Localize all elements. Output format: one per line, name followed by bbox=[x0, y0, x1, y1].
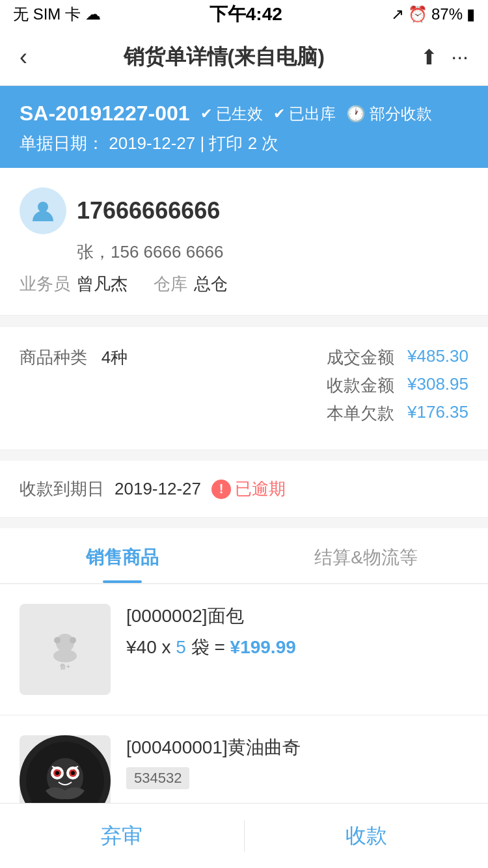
overdue-text: 已逾期 bbox=[235, 478, 286, 500]
location-icon: ↗ bbox=[391, 5, 404, 23]
salesperson-label: 业务员 bbox=[20, 273, 70, 295]
svg-text:鲁+: 鲁+ bbox=[60, 663, 70, 670]
product-image-1: 鲁+ bbox=[20, 604, 111, 695]
battery-label: 87% bbox=[431, 5, 463, 23]
back-button[interactable]: ‹ bbox=[20, 44, 27, 71]
product-qty-1: 5 bbox=[176, 637, 186, 657]
salesperson-value: 曾凡杰 bbox=[77, 273, 128, 295]
badge-partial-payment: 🕐 部分收款 bbox=[346, 103, 432, 124]
header-banner: SA-20191227-001 ✔ 已生效 ✔ 已出库 🕐 部分收款 单据日期：… bbox=[0, 86, 488, 168]
svg-point-13 bbox=[71, 771, 75, 775]
stats-left: 商品种类 4种 bbox=[20, 346, 128, 369]
product-total-1: ¥199.99 bbox=[230, 637, 296, 657]
status-time: 下午4:42 bbox=[210, 2, 282, 27]
order-id-row: SA-20191227-001 ✔ 已生效 ✔ 已出库 🕐 部分收款 bbox=[20, 102, 468, 126]
product-name-1: [0000002]面包 bbox=[126, 604, 468, 629]
battery-icon: ▮ bbox=[467, 5, 475, 23]
alarm-icon: ⏰ bbox=[408, 5, 427, 23]
tabs-row: 销售商品 结算&物流等 bbox=[0, 528, 488, 583]
page-title: 销货单详情(来自电脑) bbox=[124, 43, 325, 72]
avatar bbox=[20, 187, 66, 234]
owed-value: ¥176.35 bbox=[407, 402, 468, 425]
check-icon-2: ✔ bbox=[273, 105, 285, 122]
product-name-2: [000400001]黄油曲奇 bbox=[126, 735, 468, 760]
share-icon[interactable]: ⬆ bbox=[420, 45, 438, 70]
more-icon[interactable]: ··· bbox=[451, 45, 468, 69]
sim-label: 无 SIM 卡 ☁ bbox=[13, 4, 101, 25]
tab-settlement[interactable]: 结算&物流等 bbox=[244, 528, 488, 583]
tab-active-indicator bbox=[103, 580, 142, 583]
bottom-bar: 弃审 收款 bbox=[0, 803, 488, 868]
amount-row: 成交金额 ¥485.30 bbox=[327, 346, 468, 369]
amount-value: ¥485.30 bbox=[407, 346, 468, 369]
check-icon-1: ✔ bbox=[200, 105, 212, 122]
tabs-section: 销售商品 结算&物流等 bbox=[0, 528, 488, 584]
svg-point-2 bbox=[54, 637, 61, 644]
svg-point-0 bbox=[38, 202, 48, 212]
received-value: ¥308.95 bbox=[407, 374, 468, 397]
customer-meta: 业务员 曾凡杰 仓库 总仓 bbox=[20, 273, 468, 295]
product-price-1: ¥40 x 5 袋 = ¥199.99 bbox=[126, 635, 468, 660]
owed-row: 本单欠款 ¥176.35 bbox=[327, 402, 468, 425]
svg-point-3 bbox=[70, 637, 76, 644]
overdue-badge: ! 已逾期 bbox=[211, 478, 286, 500]
customer-section: 17666666666 张，156 6666 6666 业务员 曾凡杰 仓库 总… bbox=[0, 168, 488, 316]
warehouse-value: 总仓 bbox=[194, 273, 228, 295]
status-left: 无 SIM 卡 ☁ bbox=[13, 4, 101, 25]
customer-row: 17666666666 bbox=[20, 187, 468, 234]
clock-icon: 🕐 bbox=[346, 105, 366, 123]
tab-sales-products[interactable]: 销售商品 bbox=[0, 528, 244, 583]
customer-name: 张，156 6666 6666 bbox=[20, 241, 468, 264]
list-item: 鲁+ [0000002]面包 ¥40 x 5 袋 = ¥199.99 bbox=[0, 584, 488, 714]
stats-row: 商品种类 4种 成交金额 ¥485.30 收款金额 ¥308.95 本单欠款 ¥… bbox=[20, 346, 468, 430]
cancel-button[interactable]: 弃审 bbox=[0, 809, 244, 863]
warehouse-item: 仓库 总仓 bbox=[154, 273, 228, 295]
stats-section: 商品种类 4种 成交金额 ¥485.30 收款金额 ¥308.95 本单欠款 ¥… bbox=[0, 326, 488, 450]
product-tag-2: 534532 bbox=[126, 767, 189, 789]
badge-shipped: ✔ 已出库 bbox=[273, 103, 336, 124]
confirm-button[interactable]: 收款 bbox=[245, 809, 489, 863]
nav-actions: ⬆ ··· bbox=[420, 45, 468, 70]
due-label: 收款到期日 bbox=[20, 478, 104, 500]
nav-bar: ‹ 销货单详情(来自电脑) ⬆ ··· bbox=[0, 29, 488, 86]
received-row: 收款金额 ¥308.95 bbox=[327, 374, 468, 397]
stats-right: 成交金额 ¥485.30 收款金额 ¥308.95 本单欠款 ¥176.35 bbox=[327, 346, 468, 430]
status-right: ↗ ⏰ 87% ▮ bbox=[391, 5, 475, 23]
customer-phone: 17666666666 bbox=[77, 197, 220, 224]
product-info-1: [0000002]面包 ¥40 x 5 袋 = ¥199.99 bbox=[126, 604, 468, 660]
svg-point-12 bbox=[55, 771, 59, 775]
badge-active: ✔ 已生效 bbox=[200, 103, 263, 124]
status-bar: 无 SIM 卡 ☁ 下午4:42 ↗ ⏰ 87% ▮ bbox=[0, 0, 488, 29]
order-date-row: 单据日期： 2019-12-27 | 打印 2 次 bbox=[20, 132, 468, 155]
warehouse-label: 仓库 bbox=[154, 273, 187, 295]
order-id: SA-20191227-001 bbox=[20, 102, 190, 126]
due-section: 收款到期日 2019-12-27 ! 已逾期 bbox=[0, 461, 488, 518]
overdue-icon: ! bbox=[211, 480, 231, 499]
product-count: 4种 bbox=[102, 347, 128, 367]
svg-point-4 bbox=[53, 649, 77, 662]
due-date-value: 2019-12-27 bbox=[115, 479, 201, 499]
salesperson-item: 业务员 曾凡杰 bbox=[20, 273, 128, 295]
